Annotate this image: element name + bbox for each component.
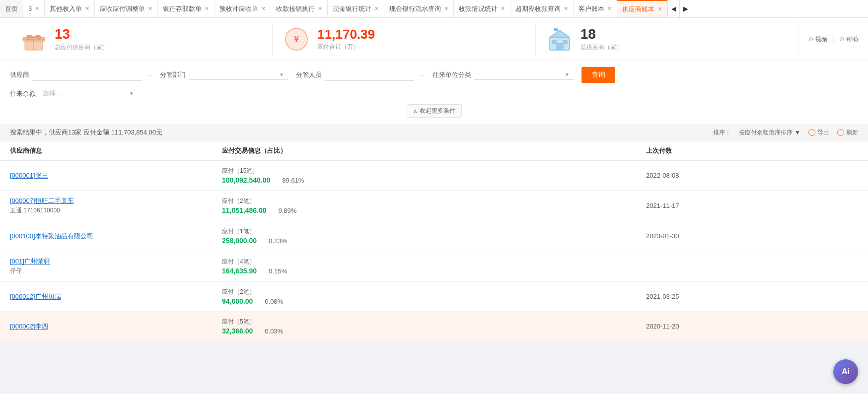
close-icon[interactable]: ✕ [374,5,379,12]
nav-tab-customer-ledger[interactable]: 客户账本 ✕ [574,0,617,18]
tx-amount[interactable]: 258,000.00 [222,237,257,245]
supplier-link[interactable]: [000007]恒旺二手叉车 [10,197,222,205]
nav-tab-label: 3 [28,5,32,12]
nav-tab-overdue-ar[interactable]: 超期应收款查询 ✕ [510,0,574,18]
tx-amount[interactable]: 32,366.00 [222,327,253,335]
supplier-link[interactable]: [000001]张三 [10,171,222,180]
tx-cell: 应付（15笔） 100,092,540.00 89.61% [222,167,646,184]
export-button[interactable]: 导出 [808,129,829,137]
ai-assistant-button[interactable]: Ai [833,359,858,384]
collapse-label: 收起更多条件 [420,107,455,115]
nav-tab-supplier-ledger[interactable]: 供应商账本 ✕ [617,0,667,18]
tx-cell: 应付（2笔） 94,600.00 0.08% [222,288,646,305]
close-icon[interactable]: ✕ [318,5,322,12]
nav-tab-ar-ap-adjust[interactable]: 应收应付调整单 ✕ [95,0,158,18]
tx-label: 应付（5笔） [222,318,646,326]
supplier-sub: 仔仔 [10,267,222,275]
tx-row: 32,366.00 0.03% [222,327,646,335]
tx-amount[interactable]: 164,635.90 [222,267,257,275]
tx-label: 应付（1笔） [222,227,646,236]
tx-label: 应付（2笔） [222,288,646,296]
export-label: 导出 [817,129,829,137]
video-link[interactable]: 视频 [815,35,827,44]
close-icon[interactable]: ✕ [607,5,612,12]
sort-select[interactable]: 按应付余额倒序排序 ▼ [739,129,800,137]
tx-row: 100,092,540.00 89.61% [222,176,646,184]
dept-filter-label: 分管部门 [160,70,186,79]
nav-tab-3[interactable]: 3 ✕ [23,0,45,18]
supplier-cell: [000012]广州贝瑞 [10,292,222,301]
nav-tab-label: 首页 [5,4,18,13]
nav-tab-home[interactable]: 首页 [0,0,23,18]
ap-supplier-icon [20,25,48,53]
summary-card-ap-suppliers: 13 总应付供应商（家） [10,23,273,56]
nav-tab-label: 供应商账本 [622,5,654,14]
supplier-link[interactable]: [000100]本特勤油品有限公司 [10,232,222,241]
close-icon[interactable]: ✕ [261,5,266,12]
summary-bar: 13 总应付供应商（家） ¥ 11,170.39 应付合计（万） [0,18,868,61]
close-icon[interactable]: ✕ [148,5,152,12]
sort-value: 按应付余额倒序排序 [739,129,793,137]
nav-tab-advance-writeoff[interactable]: 预收冲应收单 ✕ [215,0,271,18]
table-row: [000012]广州贝瑞 应付（2笔） 94,600.00 0.08% 2021… [0,282,868,312]
ap-total-info: 11,170.39 应付合计（万） [317,28,375,51]
close-icon[interactable]: ✕ [85,5,89,12]
category-select[interactable]: ▼ [474,70,574,80]
person-input[interactable] [325,69,414,81]
result-bar-actions: 排序： 按应付余额倒序排序 ▼ 导出 刷新 [713,129,858,137]
tx-row: 164,635.90 0.15% [222,267,646,275]
close-icon[interactable]: ✕ [205,5,209,12]
nav-tab-label: 现金银行统计 [333,4,371,13]
nav-tab-label: 客户账本 [579,4,604,13]
close-icon[interactable]: ✕ [564,5,568,12]
close-icon[interactable]: ✕ [444,5,448,12]
tx-amount[interactable]: 11,051,486.00 [222,206,267,214]
supplier-cell: [000007]恒旺二手叉车 王通 17106110000 [10,197,222,215]
balance-select[interactable]: 选择... ▼ [39,87,138,100]
table-row: [000007]恒旺二手叉车 王通 17106110000 应付（2笔） 11,… [0,191,868,221]
supplier-link[interactable]: [001]广州荣轩 [10,257,222,266]
nav-tab-payment-exec[interactable]: 收款核销执行 ✕ [271,0,328,18]
supplier-sub: 王通 17106110000 [10,206,222,215]
ap-total-amount: 11,170.39 [317,28,375,41]
nav-prev-arrow[interactable]: ◀ [667,0,679,18]
tx-amount[interactable]: 94,600.00 [222,297,253,305]
svg-text:¥: ¥ [294,34,299,44]
sort-label: 排序： [713,129,731,137]
total-supplier-icon [546,25,574,53]
collapse-button[interactable]: ∧ 收起更多条件 [407,104,462,118]
tx-amount[interactable]: 100,092,540.00 [222,176,270,184]
nav-tab-cash-bank-flow[interactable]: 现金银行流水查询 ✕ [384,0,454,18]
help-link[interactable]: 帮助 [846,35,858,44]
nav-tab-label: 预收冲应收单 [219,4,258,13]
supplier-dots-icon[interactable]: ··· [146,71,152,79]
last-pay-cell: 2020-11-20 [646,323,858,330]
nav-tab-other-income[interactable]: 其他收入单 ✕ [45,0,95,18]
refresh-icon [837,129,844,136]
supplier-cell: [001]广州荣轩 仔仔 [10,257,222,275]
nav-tab-label: 超期应收款查询 [515,4,561,13]
total-supplier-label: 总供应商（家） [580,43,622,52]
person-dots-icon[interactable]: ··· [419,71,425,79]
supplier-input[interactable] [32,69,142,81]
nav-tab-collection-stat[interactable]: 收款情况统计 ✕ [454,0,510,18]
table-header: 供应商信息 应付交易信息（占比） 上次付数 [0,141,868,161]
filter-row-1: 供应商 ··· 分管部门 ▼ 分管人员 ··· 往来单位分类 [10,67,858,83]
dept-select[interactable]: ▼ [189,70,288,80]
result-summary-text: 搜索结果中，供应商13家 应付金额 111,703,854.00元 [10,128,162,137]
query-button[interactable]: 查询 [581,67,615,83]
filter-dept: 分管部门 ▼ [160,70,288,80]
refresh-button[interactable]: 刷新 [837,129,858,137]
nav-tab-cash-bank-stat[interactable]: 现金银行统计 ✕ [328,0,384,18]
close-icon[interactable]: ✕ [657,6,662,12]
close-icon[interactable]: ✕ [35,5,39,12]
tx-cell: 应付（1笔） 258,000.00 0.23% [222,227,646,245]
close-icon[interactable]: ✕ [501,5,505,12]
tx-percent: 0.08% [265,298,283,305]
supplier-link[interactable]: [000002]李四 [10,322,222,331]
tx-cell: 应付（5笔） 32,366.00 0.03% [222,318,646,335]
nav-tab-bank-deposit[interactable]: 银行存取款单 ✕ [158,0,215,18]
filter-category: 往来单位分类 ▼ [433,70,574,80]
nav-next-arrow[interactable]: ▶ [679,0,691,18]
supplier-link[interactable]: [000012]广州贝瑞 [10,292,222,301]
